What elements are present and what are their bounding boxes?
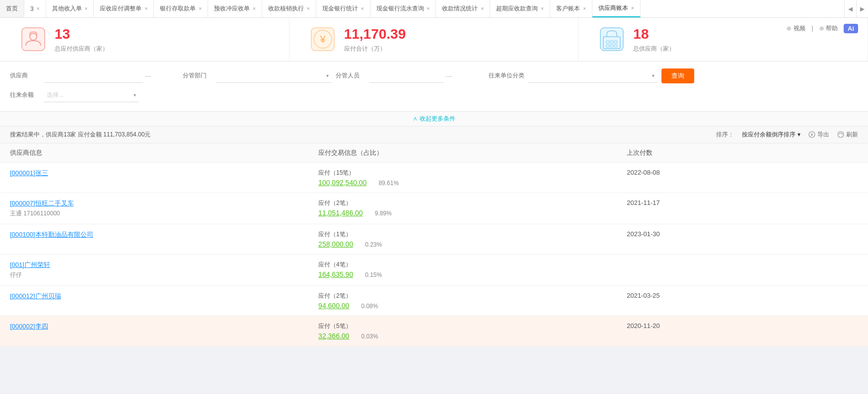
balance-chevron-icon: ▾ [134, 92, 136, 98]
collapse-bar[interactable]: ∧ 收起更多条件 [0, 112, 868, 127]
transaction-type-4: 应付（2笔） [318, 292, 627, 300]
dept-chevron-icon: ▾ [326, 73, 329, 78]
filter-balance-group: 往来余额 选择... ▾ [10, 88, 139, 102]
filter-person-group: 分管人员 ··· [336, 69, 485, 83]
nav-tab-cashstat-close[interactable]: × [361, 6, 364, 11]
table-row-highlighted[interactable]: [000002]李四 应付（5笔） 32,366.00 0.03% 2020-1… [0, 316, 868, 346]
filter-balance-select[interactable]: 选择... ▾ [44, 88, 139, 102]
lastpay-date-2: 2023-01-30 [627, 230, 660, 238]
sort-label: 排序： [716, 131, 734, 139]
nav-tab-collectionstat-close[interactable]: × [481, 6, 484, 11]
nav-tab-adjust[interactable]: 应收应付调整单 × [94, 0, 154, 17]
refresh-button[interactable]: 刷新 [837, 131, 858, 139]
nav-tab-cashflow-close[interactable]: × [427, 6, 430, 11]
person-dots-icon[interactable]: ··· [446, 72, 452, 80]
nav-tab-cashflow[interactable]: 现金银行流水查询 × [370, 0, 436, 17]
percentage-1: 9.89% [375, 210, 392, 217]
percentage-3: 0.15% [365, 271, 382, 278]
transaction-detail-3: 应付（4笔） 164,635.90 0.15% [318, 261, 627, 278]
supplier-link-5[interactable]: [000002]李四 [10, 322, 318, 331]
nav-tab-bank-deposit-close[interactable]: × [199, 6, 202, 11]
amount-2[interactable]: 258,000.00 [318, 240, 353, 248]
stat-payable-label: 总应付供应商（家） [55, 45, 108, 53]
supplier-info-0: [000001]张三 [10, 169, 318, 178]
supplier-sub-1: 王通 17106110000 [10, 209, 318, 218]
nav-tab-income-close[interactable]: × [85, 6, 88, 11]
filter-category-select[interactable]: ▾ [528, 69, 657, 83]
supplier-dots-icon[interactable]: ··· [145, 72, 151, 80]
filter-balance-label: 往来余额 [10, 91, 40, 99]
supplier-link-0[interactable]: [000001]张三 [10, 169, 318, 178]
nav-tab-collectionstat-label: 收款情况统计 [442, 4, 478, 13]
nav-tab-collection-close[interactable]: × [307, 6, 310, 11]
table-row[interactable]: [000001]张三 应付（15笔） 100,092,540.00 89.61%… [0, 163, 868, 193]
filter-dept-group: 分管部门 ▾ [183, 69, 332, 83]
nav-tab-income-label: 其他收入单 [52, 4, 82, 13]
supplier-link-2[interactable]: [000100]本特勤油品有限公司 [10, 230, 318, 239]
nav-tab-home[interactable]: 首页 [0, 0, 24, 17]
nav-tab-income[interactable]: 其他收入单 × [46, 0, 94, 17]
nav-tab-collectionstat[interactable]: 收款情况统计 × [436, 0, 490, 17]
table-row[interactable]: [001]广州荣轩 仔仔 应付（4笔） 164,635.90 0.15% [0, 255, 868, 286]
export-icon [808, 131, 815, 138]
table-row[interactable]: [000100]本特勤油品有限公司 应付（1笔） 258,000.00 0.23… [0, 224, 868, 255]
supplier-link-4[interactable]: [000012]广州贝瑞 [10, 292, 318, 301]
nav-tab-customer-ledger[interactable]: 客户账本 × [550, 0, 592, 17]
nav-tab-prepay-label: 预收冲应收单 [214, 4, 250, 13]
supplier-info-2: [000100]本特勤油品有限公司 [10, 230, 318, 239]
supplier-link-1[interactable]: [000007]恒旺二手叉车 [10, 199, 318, 208]
nav-tab-overdue-close[interactable]: × [541, 6, 544, 11]
help-link[interactable]: ⊙ 帮助 [819, 24, 838, 33]
percentage-4: 0.08% [361, 303, 378, 310]
supplier-info-1: [000007]恒旺二手叉车 王通 17106110000 [10, 199, 318, 218]
table-row[interactable]: [000012]广州贝瑞 应付（2笔） 94,600.00 0.08% 2021… [0, 286, 868, 316]
nav-tab-collection[interactable]: 收款核销执行 × [262, 0, 316, 17]
amount-5[interactable]: 32,366.00 [318, 332, 349, 340]
transaction-info-4: 应付（2笔） 94,600.00 0.08% [318, 292, 627, 310]
nav-tab-prepay[interactable]: 预收冲应收单 × [208, 0, 262, 17]
filter-person-input[interactable] [369, 69, 444, 83]
svg-text:¥: ¥ [319, 34, 326, 45]
nav-tab-3[interactable]: 3 × [24, 0, 46, 17]
lastpay-date-1: 2021-11-17 [627, 199, 660, 206]
sort-chevron-icon: ▾ [797, 131, 800, 138]
header-transaction: 应付交易信息（占比） [318, 148, 627, 157]
transaction-type-5: 应付（5笔） [318, 322, 627, 330]
stat-total-suppliers-content: 18 总供应商（家） [633, 26, 675, 53]
percentage-0: 89.61% [378, 180, 399, 187]
nav-tab-prepay-close[interactable]: × [253, 6, 256, 11]
nav-next-arrow[interactable]: ▶ [856, 0, 868, 18]
ai-button[interactable]: Ai [844, 24, 858, 33]
video-link[interactable]: ⊙ 视频 [787, 24, 805, 33]
export-button[interactable]: 导出 [808, 131, 829, 139]
nav-tab-adjust-close[interactable]: × [145, 6, 147, 11]
lastpay-4: 2021-03-25 [627, 292, 858, 299]
nav-tab-3-close[interactable]: × [37, 6, 40, 11]
transaction-type-1: 应付（2笔） [318, 199, 627, 207]
nav-tab-supplier-ledger-close[interactable]: × [631, 5, 634, 11]
supplier-link-3[interactable]: [001]广州荣轩 [10, 261, 318, 269]
nav-prev-arrow[interactable]: ◀ [844, 0, 856, 18]
sort-select[interactable]: 按应付余额倒序排序 ▾ [742, 131, 800, 139]
amount-1[interactable]: 11,051,486.00 [318, 209, 363, 217]
nav-tab-cashstat[interactable]: 现金银行统计 × [316, 0, 370, 17]
nav-tab-supplier-ledger[interactable]: 供应商账本 × [592, 0, 641, 17]
percentage-2: 0.23% [365, 241, 382, 248]
filter-supplier-input[interactable] [44, 69, 143, 83]
nav-tab-overdue-label: 超期应收款查询 [496, 4, 538, 13]
amount-4[interactable]: 94,600.00 [318, 302, 349, 310]
nav-arrows-container: ◀ ▶ [844, 0, 868, 18]
table-row[interactable]: [000007]恒旺二手叉车 王通 17106110000 应付（2笔） 11,… [0, 193, 868, 224]
result-actions: 排序： 按应付余额倒序排序 ▾ 导出 刷新 [716, 131, 858, 139]
nav-tab-bank-deposit[interactable]: 银行存取款单 × [154, 0, 208, 17]
amount-3[interactable]: 164,635.90 [318, 270, 353, 278]
query-button[interactable]: 查询 [661, 68, 694, 83]
transaction-amount-row-5: 32,366.00 0.03% [318, 332, 627, 340]
filter-row-2: 往来余额 选择... ▾ [10, 88, 858, 102]
nav-tab-overdue[interactable]: 超期应收款查询 × [490, 0, 550, 17]
top-right-links: ⊙ 视频 ｜ ⊙ 帮助 Ai [787, 24, 858, 33]
amount-0[interactable]: 100,092,540.00 [318, 179, 366, 187]
nav-tab-customer-ledger-close[interactable]: × [583, 6, 586, 11]
filter-dept-select[interactable]: ▾ [217, 69, 332, 83]
transaction-type-0: 应付（15笔） [318, 169, 627, 177]
